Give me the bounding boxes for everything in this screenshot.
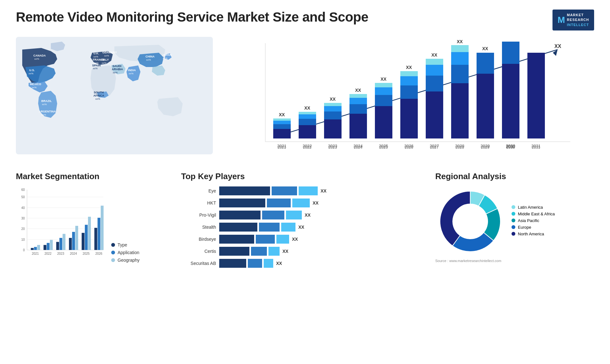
bar-chart-section: XX 2021 XX 2022 XX 2023 — [229, 37, 594, 165]
player-bar-seg2 — [272, 186, 297, 195]
svg-text:BRAZIL: BRAZIL — [41, 99, 52, 103]
svg-text:XX: XX — [355, 88, 361, 93]
svg-text:xx%: xx% — [42, 103, 47, 106]
svg-rect-89 — [502, 64, 519, 138]
segmentation-legend: Type Application Geography — [111, 242, 139, 263]
player-bar-seg1 — [219, 259, 246, 268]
regional-legend: Latin America Middle East & Africa Asia … — [512, 205, 562, 238]
legend-geography-label: Geography — [118, 258, 139, 263]
svg-text:2023: 2023 — [57, 252, 64, 255]
player-bar-seg2 — [262, 211, 284, 219]
player-bar-seg2 — [251, 247, 267, 256]
player-bar-seg2 — [256, 235, 275, 244]
player-name: Birdseye — [181, 237, 216, 242]
legend-geography: Geography — [111, 258, 139, 263]
svg-rect-125 — [37, 245, 40, 250]
svg-text:xx%: xx% — [113, 71, 118, 74]
svg-text:xx%: xx% — [104, 54, 109, 57]
player-bar-seg3 — [286, 211, 302, 219]
legend-application-label: Application — [118, 250, 139, 255]
svg-rect-40 — [273, 118, 291, 121]
svg-text:XX: XX — [279, 112, 285, 117]
svg-rect-90 — [502, 42, 519, 64]
svg-text:ARABIA: ARABIA — [112, 68, 123, 71]
svg-text:xx%: xx% — [163, 57, 167, 60]
legend-label: Latin America — [518, 205, 543, 210]
svg-text:MEXICO: MEXICO — [30, 83, 41, 86]
logo-icon: M — [558, 14, 565, 26]
regional-donut-chart — [435, 186, 505, 256]
legend-label: Europe — [518, 225, 531, 230]
logo-line3: INTELLECT — [567, 23, 589, 27]
world-map-svg: CANADA xx% U.S. xx% MEXICO xx% BRAZIL xx… — [16, 37, 213, 154]
map-svg-container: CANADA xx% U.S. xx% MEXICO xx% BRAZIL xx… — [16, 37, 219, 158]
player-bar-seg3 — [292, 199, 310, 207]
player-bar-seg1 — [219, 211, 261, 219]
svg-rect-138 — [94, 228, 97, 250]
key-players-section: Top Key Players Eye XX HKT XX Pro-Vigil … — [175, 172, 429, 271]
svg-rect-79 — [451, 83, 469, 138]
svg-rect-82 — [451, 45, 469, 52]
svg-text:2026: 2026 — [95, 252, 103, 255]
player-bar-seg1 — [219, 235, 254, 244]
player-bar: XX — [219, 211, 429, 219]
svg-text:XX: XX — [330, 97, 336, 102]
world-map-section: CANADA xx% U.S. xx% MEXICO xx% BRAZIL xx… — [16, 37, 219, 165]
svg-rect-86 — [477, 53, 494, 74]
svg-rect-50 — [324, 111, 342, 119]
regional-title: Regional Analysis — [435, 172, 594, 181]
legend-color-dot — [512, 225, 515, 229]
player-value-label: XX — [292, 237, 298, 242]
svg-rect-39 — [273, 121, 291, 124]
svg-rect-55 — [349, 114, 367, 138]
svg-text:20: 20 — [21, 227, 25, 231]
legend-color-dot — [512, 219, 515, 222]
player-name: Stealth — [181, 225, 216, 230]
svg-text:50: 50 — [21, 195, 25, 199]
player-bar: XX — [219, 247, 429, 256]
svg-text:AFRICA: AFRICA — [93, 94, 104, 97]
svg-text:2022: 2022 — [44, 252, 52, 255]
logo-line2: RESEARCH — [567, 17, 589, 22]
donut-segment — [440, 191, 470, 246]
svg-text:xx%: xx% — [32, 86, 37, 89]
svg-text:30: 30 — [21, 217, 25, 220]
player-row: Securitas AB XX — [181, 259, 429, 268]
svg-text:CANADA: CANADA — [33, 54, 46, 57]
svg-rect-137 — [88, 217, 91, 250]
svg-text:XX: XX — [406, 65, 412, 70]
svg-text:SAUDI: SAUDI — [112, 64, 121, 68]
svg-text:INDIA: INDIA — [128, 69, 136, 72]
svg-text:XX: XX — [482, 46, 488, 51]
player-name: Pro-Vigil — [181, 212, 216, 218]
svg-rect-135 — [82, 233, 85, 250]
player-bar: XX — [219, 186, 429, 195]
legend-color-dot — [512, 232, 515, 236]
regional-legend-item: Asia Pacific — [512, 218, 562, 223]
regional-legend-item: Latin America — [512, 205, 562, 210]
svg-text:XX: XX — [554, 44, 561, 49]
player-bar-seg2 — [259, 223, 280, 232]
svg-text:xx%: xx% — [102, 62, 106, 64]
svg-text:GERMANY: GERMANY — [102, 51, 117, 54]
legend-type-dot — [111, 243, 115, 247]
logo-area: M MARKET RESEARCH INTELLECT — [552, 10, 594, 30]
player-value-label: XX — [305, 212, 311, 218]
svg-rect-74 — [426, 76, 443, 91]
svg-rect-85 — [477, 74, 494, 138]
regional-legend-item: Middle East & Africa — [512, 212, 562, 216]
svg-rect-63 — [375, 87, 392, 95]
regional-legend-item: North America — [512, 232, 562, 236]
svg-rect-80 — [451, 65, 469, 83]
svg-rect-37 — [273, 129, 291, 138]
player-name: Eye — [181, 188, 216, 193]
svg-text:XX: XX — [457, 40, 463, 44]
segmentation-chart: 0 10 20 30 40 50 60 — [16, 186, 105, 263]
svg-text:ARGENTINA: ARGENTINA — [39, 110, 56, 113]
player-bar-seg2 — [267, 199, 291, 207]
player-bar-seg3 — [281, 223, 295, 232]
svg-text:2031: 2031 — [532, 145, 540, 150]
svg-text:SPAIN: SPAIN — [92, 64, 101, 67]
svg-text:XX: XX — [431, 52, 437, 57]
svg-text:2024: 2024 — [354, 145, 363, 150]
